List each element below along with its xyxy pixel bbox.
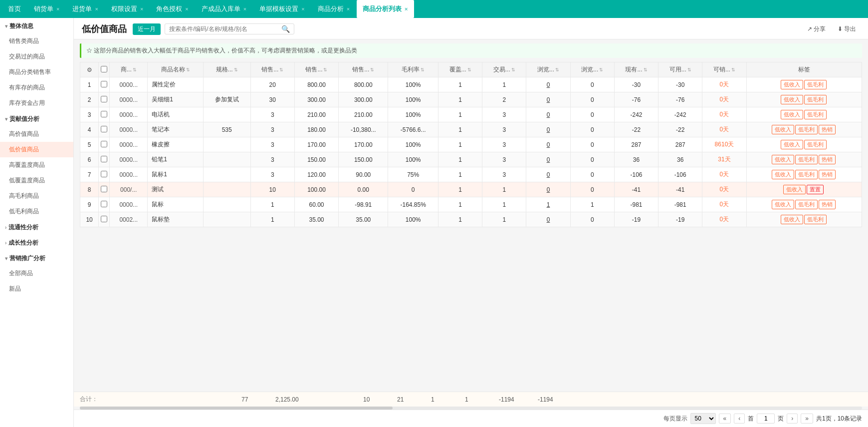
row-checkbox[interactable] (101, 111, 107, 117)
browse1-link[interactable]: 0 (547, 216, 550, 223)
nav-home[interactable]: 首页 (2, 0, 27, 18)
cell-checkbox[interactable] (99, 182, 110, 197)
page-size-select[interactable]: 50 100 200 (690, 413, 716, 424)
page-input[interactable] (757, 414, 775, 424)
cell-name: 属性定价 (148, 77, 204, 92)
cell-checkbox[interactable] (99, 152, 110, 167)
cell-browse1[interactable]: 0 (526, 122, 570, 137)
nav-product-storage[interactable]: 产成品入库单 × (196, 0, 252, 18)
cell-browse1[interactable]: 0 (526, 212, 570, 227)
col-code[interactable]: 商...⇅ (110, 62, 148, 77)
cell-checkbox[interactable] (99, 167, 110, 182)
col-spec[interactable]: 规格...⇅ (203, 62, 250, 77)
col-saleable[interactable]: 可销...⇅ (702, 62, 746, 77)
sidebar-group-liquidity[interactable]: › 流通性分析 (0, 219, 73, 235)
cell-browse1[interactable]: 0 (526, 167, 570, 182)
browse1-link[interactable]: 0 (547, 141, 550, 148)
browse1-link[interactable]: 0 (547, 81, 550, 88)
sidebar-item-high-margin[interactable]: 高毛利商品 (0, 188, 73, 204)
share-button[interactable]: ↗ 分享 (803, 23, 830, 35)
sidebar-item-stock-products[interactable]: 有库存的商品 (0, 80, 73, 95)
row-checkbox[interactable] (101, 201, 107, 207)
nav-sales[interactable]: 销货单 × (28, 0, 65, 18)
col-browse1[interactable]: 浏览...⇅ (526, 62, 570, 77)
cell-checkbox[interactable] (99, 137, 110, 152)
col-current[interactable]: 现有...⇅ (614, 62, 658, 77)
sidebar-item-sales-products[interactable]: 销售类商品 (0, 33, 73, 49)
browse1-link[interactable]: 0 (547, 126, 550, 133)
browse1-link[interactable]: 0 (547, 171, 550, 178)
cell-checkbox[interactable] (99, 77, 110, 92)
sidebar-group-contribution[interactable]: ▾ 贡献值分析 (0, 111, 73, 126)
last-page-btn[interactable]: » (801, 414, 813, 424)
row-checkbox[interactable] (101, 216, 107, 222)
nav-permissions[interactable]: 权限设置 × (105, 0, 149, 18)
sidebar-item-low-coverage[interactable]: 低覆盖度商品 (0, 173, 73, 188)
sidebar: ▾ 整体信息 销售类商品 交易过的商品 商品分类销售率 有库存的商品 库存资金占… (0, 18, 74, 427)
cell-checkbox[interactable] (99, 92, 110, 107)
browse1-link[interactable]: 0 (547, 96, 550, 103)
nav-purchase[interactable]: 进货单 × (66, 0, 104, 18)
browse1-link[interactable]: 0 (547, 186, 550, 193)
nav-role-auth[interactable]: 角色授权 × (150, 0, 194, 18)
nav-product-analysis[interactable]: 商品分析 × (312, 0, 356, 18)
col-coverage[interactable]: 覆盖...⇅ (438, 62, 482, 77)
sidebar-item-low-value[interactable]: 低价值商品 (0, 142, 73, 157)
row-checkbox[interactable] (101, 141, 107, 147)
nav-product-analysis-list[interactable]: 商品分析列表 × (357, 0, 414, 18)
sidebar-item-all-products[interactable]: 全部商品 (0, 266, 73, 281)
col-settings[interactable]: ⚙ (80, 62, 99, 77)
col-available[interactable]: 可用...⇅ (658, 62, 702, 77)
row-checkbox[interactable] (101, 126, 107, 132)
row-checkbox[interactable] (101, 96, 107, 102)
cell-browse1[interactable]: 0 (526, 77, 570, 92)
col-name[interactable]: 商品名称⇅ (148, 62, 204, 77)
col-sales-amount[interactable]: 销售...⇅ (294, 62, 338, 77)
sidebar-item-high-value[interactable]: 高价值商品 (0, 126, 73, 142)
cell-checkbox[interactable] (99, 107, 110, 122)
prev-page-btn[interactable]: ‹ (734, 414, 745, 424)
cell-browse1[interactable]: 0 (526, 107, 570, 122)
row-checkbox[interactable] (101, 81, 107, 87)
select-all-checkbox[interactable] (101, 66, 107, 72)
col-sales-xxx[interactable]: 销售...⇅ (339, 62, 388, 77)
sidebar-item-new-products[interactable]: 新品 (0, 281, 73, 297)
cell-browse1[interactable]: 0 (526, 92, 570, 107)
cell-browse1[interactable]: 1 (526, 197, 570, 212)
sidebar-item-low-margin[interactable]: 低毛利商品 (0, 204, 73, 219)
browse1-link[interactable]: 1 (547, 201, 550, 208)
sidebar-item-category-sales-rate[interactable]: 商品分类销售率 (0, 64, 73, 80)
row-checkbox[interactable] (101, 156, 107, 162)
col-gross-rate[interactable]: 毛利率⇅ (388, 62, 438, 77)
sidebar-group-overall[interactable]: ▾ 整体信息 (0, 18, 73, 33)
next-page-btn[interactable]: › (787, 414, 798, 424)
col-browse2[interactable]: 浏览...⇅ (570, 62, 614, 77)
cell-browse1[interactable]: 0 (526, 137, 570, 152)
sidebar-item-inventory-capital[interactable]: 库存资金占用 (0, 95, 73, 111)
sidebar-group-growth[interactable]: › 成长性分析 (0, 235, 73, 250)
row-checkbox[interactable] (101, 171, 107, 177)
export-button[interactable]: ⬇ 导出 (834, 23, 860, 35)
search-input[interactable] (169, 25, 281, 32)
col-sales-qty[interactable]: 销售...⇅ (250, 62, 294, 77)
col-checkbox[interactable] (99, 62, 110, 77)
search-icon[interactable]: 🔍 (281, 25, 290, 33)
first-page-btn[interactable]: « (719, 414, 731, 424)
period-button[interactable]: 近一月 (133, 23, 161, 35)
cell-checkbox[interactable] (99, 212, 110, 227)
cell-checkbox[interactable] (99, 197, 110, 212)
cell-browse1[interactable]: 0 (526, 182, 570, 197)
sidebar-group-marketing[interactable]: ▾ 营销推广分析 (0, 250, 73, 266)
table-container[interactable]: ⚙ 商...⇅ 商品名称⇅ 规格...⇅ 销售...⇅ 销售...⇅ 销售...… (74, 62, 868, 392)
browse1-link[interactable]: 0 (547, 111, 550, 118)
nav-template-settings[interactable]: 单据模板设置 × (253, 0, 310, 18)
col-tags[interactable]: 标签 (746, 62, 862, 77)
row-checkbox[interactable] (101, 186, 107, 192)
col-trade[interactable]: 交易...⇅ (482, 62, 526, 77)
cell-coverage: 1 (438, 92, 482, 107)
sidebar-item-high-coverage[interactable]: 高覆盖度商品 (0, 157, 73, 173)
cell-checkbox[interactable] (99, 122, 110, 137)
browse1-link[interactable]: 0 (547, 156, 550, 163)
sidebar-item-traded-products[interactable]: 交易过的商品 (0, 49, 73, 64)
cell-browse1[interactable]: 0 (526, 152, 570, 167)
